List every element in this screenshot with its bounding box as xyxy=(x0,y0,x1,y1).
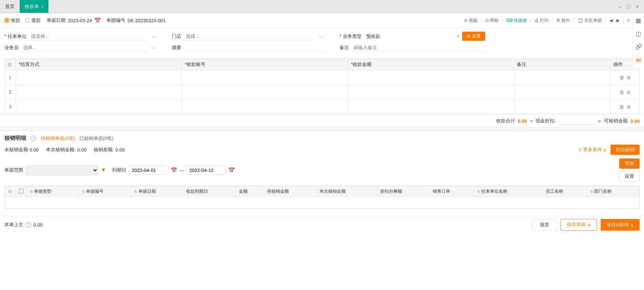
save-new-chevron: ∧ xyxy=(630,222,634,228)
staff-more-icon[interactable]: ··· xyxy=(150,45,157,51)
summary-field: 摘要 xyxy=(172,44,325,52)
unchecked-value: 0.00 xyxy=(30,147,39,153)
row-1-note[interactable] xyxy=(514,70,610,85)
row-3-note[interactable] xyxy=(514,99,610,114)
bt-gear-icon[interactable]: ⚙ xyxy=(8,189,12,194)
minimize-button[interactable]: – xyxy=(617,4,623,9)
row-2-account[interactable] xyxy=(182,85,348,99)
tab-receipt[interactable]: 收款单 × xyxy=(20,0,48,13)
row-3-payment[interactable] xyxy=(16,99,182,114)
operations-link[interactable]: ⚙ 操作 xyxy=(556,17,570,24)
nav-next[interactable]: ▶ xyxy=(616,18,620,23)
row-1-amount[interactable] xyxy=(348,70,514,85)
bt-doc-number-col: ⇅ 单据编号 xyxy=(79,186,131,197)
row-2-amount[interactable] xyxy=(348,85,514,99)
available-label: 可核销金额 xyxy=(604,118,628,124)
range-select[interactable] xyxy=(25,165,98,175)
bt-staff-name-col: 员工名称 xyxy=(542,186,587,197)
date-from-input[interactable] xyxy=(129,166,169,175)
stats-row: 未核销金额 0.00 本次核销金额: 0.00 核销差额: 0.00 ▽ 更多条… xyxy=(4,145,640,155)
sidebar-attach-icon[interactable]: 🔗 xyxy=(634,42,643,51)
view-list[interactable]: ≡ xyxy=(627,18,630,23)
row-1-delete-icon[interactable]: 🗑 xyxy=(619,75,624,81)
close-window-button[interactable]: × xyxy=(635,4,640,9)
print-link[interactable]: 🖨 打印 xyxy=(534,17,549,24)
mode-refund[interactable]: 退款 xyxy=(25,17,41,24)
doc-date-value: 2023-03-24 xyxy=(68,18,92,23)
col-payment-method: *结算方式 xyxy=(16,59,182,70)
range-field: 单据范围 ▼ xyxy=(4,165,106,175)
range-dropdown-chevron[interactable]: ▼ xyxy=(101,167,106,173)
summary-input[interactable] xyxy=(184,44,325,52)
table-gear-icon[interactable]: ⚙ xyxy=(8,62,12,67)
receipt-table: ⚙ *结算方式 *收款账号 *收款金额 备注 操作 1 xyxy=(4,59,640,114)
history-link[interactable]: 📋 历史单据 xyxy=(578,17,602,24)
bt-current-offset-col: 本次核销金额 xyxy=(316,186,377,197)
row-3-copy-icon[interactable]: ⊕ xyxy=(627,104,631,110)
bt-dept-name-col: ⇅ 部门名称 xyxy=(587,186,639,197)
row-1-actions: 🗑 ⊕ xyxy=(610,70,640,85)
col-amount: *收款金额 xyxy=(348,59,514,70)
bottom-table-area: ⚙ ⇅ 单据类型 ⇅ 单据编号 ⇅ 单据日期 收款到期日 金额 待核销金额 本次 xyxy=(4,185,640,209)
video-link[interactable]: ⊙ 视频 xyxy=(464,17,478,24)
settings-button[interactable]: ⚙设置 xyxy=(462,32,485,41)
verification-info-icon[interactable]: ? xyxy=(31,136,36,141)
tab-home[interactable]: 首页 xyxy=(0,0,20,13)
tab-close-icon[interactable]: × xyxy=(41,4,43,9)
save-draft-button[interactable]: 保存草稿 ∧ xyxy=(561,219,597,231)
save-new-button[interactable]: 保存&新增 ∧ xyxy=(601,219,640,231)
toolbar-right: ⊙ 视频 ⊙ 帮助 ⌨ 快捷键 🖨 打印 ⚙ 操作 📋 历史单据 ◀ ▶ ≡ ⊞ xyxy=(464,16,640,25)
filter-row: 单据范围 ▼ 到期日 📅 — 📅 查询 设置 xyxy=(4,158,640,182)
row-2-delete-icon[interactable]: 🗑 xyxy=(619,89,624,95)
shop-input[interactable] xyxy=(184,32,315,40)
auto-offset-button[interactable]: 自动核销 xyxy=(610,145,640,155)
footer-info-icon[interactable]: ? xyxy=(25,222,31,228)
note-input[interactable] xyxy=(351,44,485,52)
mode-receipt[interactable]: 收款 xyxy=(4,17,20,24)
table-settings-header: ⚙ xyxy=(5,59,16,70)
sidebar-table-icon[interactable]: ▦ xyxy=(634,16,643,25)
bt-amount-col: 金额 xyxy=(236,186,264,197)
sidebar-ai-icon[interactable]: Ai xyxy=(634,55,643,64)
current-label: 本次核销金额: xyxy=(46,146,76,153)
shop-more-icon[interactable]: ··· xyxy=(318,34,325,39)
sidebar-doc-icon[interactable]: ◫ xyxy=(634,29,643,38)
bt-select-all[interactable] xyxy=(19,189,24,193)
pending-tab[interactable]: 待核销单据(0笔) xyxy=(41,135,75,142)
row-1-copy-icon[interactable]: ⊕ xyxy=(627,75,631,81)
business-type-chevron[interactable]: ▼ xyxy=(456,34,460,38)
partner-input[interactable] xyxy=(29,32,148,40)
diff-value: 0.00 xyxy=(115,147,125,153)
filter-settings-button[interactable]: 设置 xyxy=(619,171,640,182)
staff-input[interactable] xyxy=(21,44,148,52)
window-controls: – □ × xyxy=(617,4,644,9)
row-2-note[interactable] xyxy=(514,85,610,99)
form-row-1: * 往来单位 ··· 门店 ··· * 业务类型 预收款 xyxy=(4,32,640,41)
calendar-to-icon[interactable]: 📅 xyxy=(228,167,235,173)
discount-input[interactable] xyxy=(559,117,595,125)
row-3-amount[interactable] xyxy=(348,99,514,114)
row-1-payment[interactable] xyxy=(16,70,182,85)
footer-left: 本单上欠 ? 0.00 xyxy=(4,222,43,228)
verification-section: 核销明细 ? 待核销单据(0笔) 已核销单据(0笔) 未核销金额 0.00 本次… xyxy=(0,131,644,216)
row-3-actions: 🗑 ⊕ xyxy=(610,99,640,114)
row-3-delete-icon[interactable]: 🗑 xyxy=(619,104,624,110)
row-1-account[interactable] xyxy=(182,70,348,85)
calendar-icon[interactable]: 📅 xyxy=(94,17,101,23)
row-3-account[interactable] xyxy=(182,99,348,114)
calendar-from-icon[interactable]: 📅 xyxy=(171,167,177,173)
shortcut-link[interactable]: ⌨ 快捷键 xyxy=(506,17,527,24)
date-to-input[interactable] xyxy=(186,166,226,175)
row-2-copy-icon[interactable]: ⊕ xyxy=(627,89,631,95)
query-button[interactable]: 查询 xyxy=(619,158,640,169)
help-link[interactable]: ⊙ 帮助 xyxy=(485,17,499,24)
row-2-payment[interactable] xyxy=(16,85,182,99)
nav-prev[interactable]: ◀ xyxy=(609,18,613,23)
note-field: 备注 xyxy=(339,44,485,52)
more-conditions-link[interactable]: ▽ 更多条件 ∧ xyxy=(578,146,607,153)
discard-button[interactable]: 放弃 xyxy=(532,219,557,231)
completed-tab[interactable]: 已核销单据(0笔) xyxy=(79,135,114,142)
maximize-button[interactable]: □ xyxy=(626,4,632,9)
partner-more-icon[interactable]: ··· xyxy=(150,34,157,39)
right-sidebar: ▦ ◫ 🔗 Ai xyxy=(632,13,644,67)
